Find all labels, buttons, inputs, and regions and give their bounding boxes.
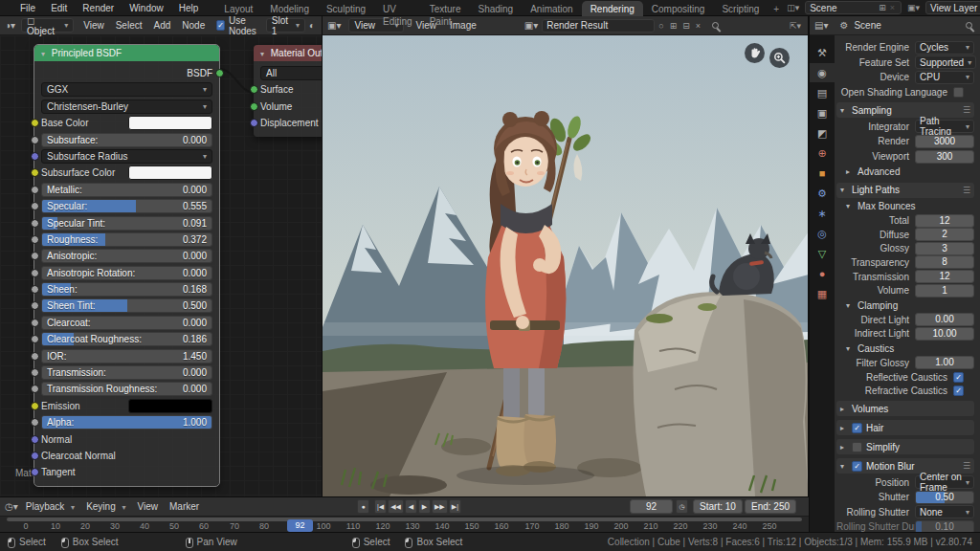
transmission-bounces-field[interactable]: 12 xyxy=(915,270,974,283)
caustics-subpanel[interactable]: ▾Caustics xyxy=(836,342,974,355)
shader-menu-add[interactable]: Add xyxy=(148,20,177,31)
output-tab[interactable]: ▤ xyxy=(810,83,835,102)
tab-uv-editing[interactable]: UV Editing xyxy=(374,1,421,16)
object-data-tab[interactable]: ▽ xyxy=(810,244,835,263)
play-button[interactable]: ▶ xyxy=(418,499,431,514)
timeline-menu-view[interactable]: View xyxy=(132,501,165,512)
simplify-checkbox[interactable] xyxy=(852,442,862,452)
tab-modeling[interactable]: Modeling xyxy=(261,1,318,16)
feature-set-select[interactable]: Supported▾ xyxy=(915,55,976,69)
clearcoat-roughness-socket[interactable] xyxy=(31,335,39,343)
surface-input-socket[interactable] xyxy=(250,85,258,94)
gizmos-toggle-icon[interactable]: ⇱▾ xyxy=(790,21,801,31)
shader-menu-view[interactable]: View xyxy=(78,20,110,31)
samples-viewport-field[interactable]: 300 xyxy=(915,150,974,164)
tab-compositing[interactable]: Compositing xyxy=(643,1,714,16)
output-target-select[interactable]: All xyxy=(260,66,323,80)
subsurface-color-swatch[interactable] xyxy=(128,165,212,180)
subsurface-method-select[interactable]: Christensen-Burley▾ xyxy=(41,99,212,114)
current-frame-marker[interactable]: 92 xyxy=(287,519,313,532)
editor-type-image-icon[interactable]: ▣▾ xyxy=(327,20,341,31)
editor-type-shader-icon[interactable]: ◑▾ xyxy=(5,20,15,31)
new-scene-icon[interactable]: ⊞ xyxy=(879,3,886,12)
motion-blur-checkbox[interactable]: ✓ xyxy=(852,461,862,472)
principled-bsdf-node[interactable]: ▾ Principled BSDF BSDF GGX▾ Christensen-… xyxy=(34,45,219,486)
browse-image-icon[interactable]: ○ xyxy=(658,21,663,31)
jump-to-end-button[interactable]: ▶| xyxy=(449,499,461,514)
device-select[interactable]: CPU▾ xyxy=(915,71,974,84)
menu-edit[interactable]: Edit xyxy=(43,0,75,16)
bsdf-output-socket[interactable] xyxy=(215,69,224,77)
transmission-slider[interactable]: Transmission:0.000 xyxy=(41,365,212,380)
clearcoat-slider[interactable]: Clearcoat:0.000 xyxy=(41,316,212,330)
tab-layout[interactable]: Layout xyxy=(215,1,261,16)
anisotropic-rotation-socket[interactable] xyxy=(31,269,39,277)
specular-socket[interactable] xyxy=(31,202,39,210)
mb-position-select[interactable]: Center on Frame▾ xyxy=(915,475,974,489)
shader-menu-select[interactable]: Select xyxy=(110,20,148,31)
prev-keyframe-button[interactable]: ◀◀ xyxy=(388,499,404,514)
alpha-socket[interactable] xyxy=(31,418,39,427)
transmission-socket[interactable] xyxy=(31,368,39,377)
subsurface-socket[interactable] xyxy=(31,136,39,144)
mb-rolling-duration-slider[interactable]: 0.10 xyxy=(915,520,974,532)
subsurface-radius-socket[interactable] xyxy=(31,152,39,161)
max-bounces-subpanel[interactable]: ▾Max Bounces xyxy=(836,200,974,213)
volume-input-socket[interactable] xyxy=(250,102,258,111)
use-nodes-checkbox[interactable]: ✓ xyxy=(216,20,225,31)
indirect-light-field[interactable]: 10.00 xyxy=(915,327,974,341)
anisotropic-slider[interactable]: Anisotropic:0.000 xyxy=(41,249,212,263)
motion-blur-options-icon[interactable]: ☰ xyxy=(963,461,970,471)
play-reverse-button[interactable]: ◀ xyxy=(405,499,417,514)
timeline-menu-keying[interactable]: Keying ▾ xyxy=(80,501,131,512)
subsurface-slider[interactable]: Subsurface:0.000 xyxy=(41,133,212,147)
menu-help[interactable]: Help xyxy=(171,0,207,16)
transmission-roughness-socket[interactable] xyxy=(31,385,39,393)
render-engine-select[interactable]: Cycles▾ xyxy=(915,41,974,55)
anisotropic-rotation-slider[interactable]: Anisotropic Rotation:0.000 xyxy=(41,266,212,280)
principled-bsdf-header[interactable]: ▾ Principled BSDF xyxy=(34,45,219,61)
tab-texture-paint[interactable]: Texture Paint xyxy=(421,1,470,16)
object-tab[interactable]: ■ xyxy=(810,164,835,183)
material-tab[interactable]: ● xyxy=(810,264,835,283)
light-paths-presets-icon[interactable]: ☰ xyxy=(963,186,970,195)
clearcoat-normal-socket[interactable] xyxy=(31,452,39,460)
tab-shading[interactable]: Shading xyxy=(469,1,522,16)
view-layer-selector[interactable]: View Layer ⊞ × xyxy=(925,1,980,14)
material-slot-select[interactable]: Slot 1▾ xyxy=(266,18,305,33)
material-output-header[interactable]: ▾ Material Out xyxy=(254,45,323,61)
mb-rolling-shutter-select[interactable]: None▾ xyxy=(915,505,974,518)
anisotropic-socket[interactable] xyxy=(31,252,39,260)
volume-bounces-field[interactable]: 1 xyxy=(915,284,974,298)
material-preview-icon[interactable]: ◐ xyxy=(309,20,315,31)
use-preview-range-button[interactable]: ◷ xyxy=(676,499,688,514)
sheen-tint-slider[interactable]: Sheen Tint:0.500 xyxy=(41,298,212,313)
open-image-icon[interactable]: ⊟ xyxy=(682,21,690,31)
sheen-slider[interactable]: Sheen:0.168 xyxy=(41,282,212,297)
ior-socket[interactable] xyxy=(31,352,39,361)
clamping-subpanel[interactable]: ▾Clamping xyxy=(836,298,974,312)
samples-render-field[interactable]: 3000 xyxy=(915,135,974,148)
scene-icon[interactable]: ◫▾ xyxy=(787,3,799,12)
frame-end-field[interactable]: End: 250 xyxy=(745,499,796,514)
subsurface-color-socket[interactable] xyxy=(31,168,39,177)
editor-type-properties-icon[interactable]: ▤▾ xyxy=(814,20,828,31)
timeline-menu-marker[interactable]: Marker xyxy=(164,501,205,512)
material-output-node[interactable]: ▾ Material Out All Surface Volume Displa… xyxy=(254,45,323,137)
direct-light-field[interactable]: 0.00 xyxy=(915,313,974,326)
clearcoat-roughness-slider[interactable]: Clearcoat Roughness:0.186 xyxy=(41,332,212,346)
tab-sculpting[interactable]: Sculpting xyxy=(318,1,374,16)
scene-selector[interactable]: Scene ⊞ × xyxy=(805,1,902,14)
metallic-slider[interactable]: Metallic:0.000 xyxy=(41,183,212,197)
pin-id-icon[interactable] xyxy=(966,22,972,29)
alpha-slider[interactable]: Alpha:1.000 xyxy=(41,415,212,430)
base-color-socket[interactable] xyxy=(31,119,39,127)
image-datablock-icon[interactable]: ▣▾ xyxy=(524,20,538,31)
add-workspace-button[interactable]: + xyxy=(768,1,785,16)
normal-socket[interactable] xyxy=(31,435,39,444)
view-layer-tab[interactable]: ▣ xyxy=(810,103,835,122)
hair-checkbox[interactable]: ✓ xyxy=(852,423,862,433)
current-frame-field[interactable]: 92 xyxy=(630,499,673,514)
scene-tab[interactable]: ◩ xyxy=(810,123,835,143)
pin-image-icon[interactable] xyxy=(712,22,719,29)
